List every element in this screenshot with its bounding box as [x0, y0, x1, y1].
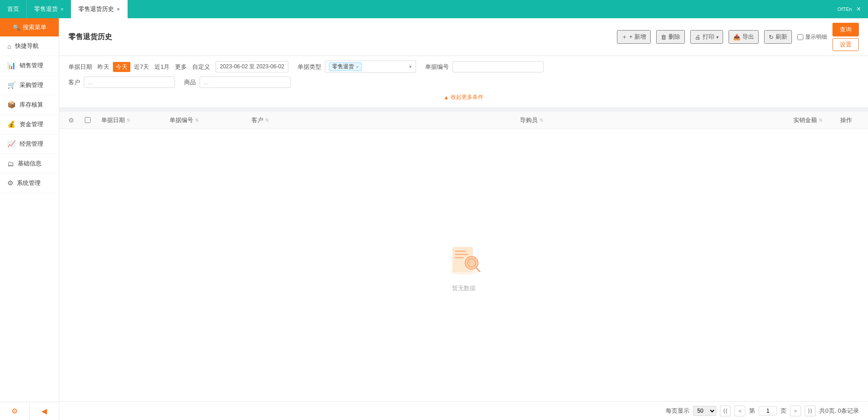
customer-input[interactable]: ...: [84, 77, 175, 88]
date-opt-more[interactable]: 更多: [173, 62, 189, 72]
svg-rect-3: [455, 254, 468, 255]
tab-home[interactable]: 首页: [0, 0, 27, 18]
date-range-input[interactable]: 2023-06-02 至 2023-06-02: [216, 61, 288, 72]
sidebar-bottom: ⚙ ◀: [0, 402, 59, 420]
sidebar-item-purchase[interactable]: 🛒 采购管理: [0, 76, 59, 95]
empty-illustration: ?: [443, 238, 484, 279]
print-button[interactable]: 🖨 打印 ▾: [690, 30, 723, 44]
svg-rect-4: [455, 257, 464, 258]
sort-amount-icon: ⇅: [819, 118, 822, 123]
voucher-filter: 单据编号: [425, 61, 544, 72]
operations-icon: 📈: [7, 140, 16, 148]
tab-close-retail-return-history[interactable]: ×: [117, 6, 119, 12]
type-tag-close[interactable]: ×: [356, 64, 359, 70]
search-icon: 🔍: [13, 24, 20, 31]
th-operation: 操作: [828, 113, 864, 128]
sort-customer-icon: ⇅: [265, 118, 269, 123]
sidebar-item-basic-info[interactable]: 🗂 基础信息: [0, 154, 59, 174]
purchase-icon: 🛒: [7, 81, 16, 89]
page-title: 零售退货历史: [68, 32, 112, 42]
date-opt-7days[interactable]: 近7天: [132, 62, 151, 72]
sidebar-item-operations[interactable]: 📈 经营管理: [0, 134, 59, 154]
add-icon: ＋: [621, 33, 627, 41]
customer-filter-label: 客户: [68, 78, 80, 87]
top-bar: 首页 零售退货 × 零售退货历史 × OfTEn ×: [0, 0, 868, 18]
prev-page-button[interactable]: ＜: [734, 405, 745, 416]
export-button[interactable]: 📤 导出: [729, 30, 759, 44]
select-all-checkbox[interactable]: [79, 117, 96, 123]
collapse-icon: ◀: [41, 407, 47, 415]
date-opt-custom[interactable]: 自定义: [190, 62, 212, 72]
sidebar-label-quicknav: 快捷导航: [15, 42, 39, 50]
sidebar-label-basic-info: 基础信息: [18, 159, 41, 168]
sidebar-item-finance[interactable]: 💰 资金管理: [0, 115, 59, 134]
svg-text:?: ?: [468, 261, 471, 266]
sort-customer-button[interactable]: 客户: [252, 116, 263, 124]
page-label: 页: [781, 407, 786, 415]
voucher-input[interactable]: [452, 61, 544, 72]
sort-guide-button[interactable]: 导购员: [520, 116, 538, 124]
first-page-button[interactable]: ⟨⟨: [720, 405, 731, 416]
goods-input[interactable]: ...: [200, 77, 291, 88]
export-icon: 📤: [733, 34, 740, 41]
type-select[interactable]: 零售退货 × ▾: [325, 61, 416, 73]
gear-icon: ⚙: [11, 407, 18, 415]
sidebar-collapse-button[interactable]: ◀: [30, 402, 59, 420]
sidebar-item-system[interactable]: ⚙ 系统管理: [0, 174, 59, 193]
tab-retail-return[interactable]: 零售退货 ×: [27, 0, 71, 18]
sidebar: 🔍 搜索菜单 ⌂ 快捷导航 📊 销售管理 🛒 采购管理 📦 库存核算 💰 资金管…: [0, 18, 59, 420]
svg-rect-2: [455, 251, 466, 252]
add-button[interactable]: ＋ + 新增: [617, 30, 651, 44]
sidebar-label-purchase: 采购管理: [20, 81, 43, 89]
goods-filter-label: 商品: [184, 78, 196, 87]
sort-date-button[interactable]: 单据日期: [101, 116, 125, 124]
sidebar-settings-button[interactable]: ⚙: [0, 402, 30, 420]
sidebar-item-sales[interactable]: 📊 销售管理: [0, 56, 59, 76]
show-detail-checkbox[interactable]: 显示明细: [797, 33, 827, 41]
customer-filter: 客户 ...: [68, 77, 175, 88]
sort-voucher-button[interactable]: 单据编号: [169, 116, 193, 124]
toolbar: ＋ + 新增 🗑 删除 🖨 打印 ▾ 📤 导出 ↻: [617, 23, 859, 51]
date-opt-1month[interactable]: 近1月: [153, 62, 171, 72]
tab-retail-return-history[interactable]: 零售退货历史 ×: [71, 0, 127, 18]
date-opt-yesterday[interactable]: 昨天: [96, 62, 111, 72]
query-button[interactable]: 查询: [832, 23, 859, 36]
tab-close-retail-return[interactable]: ×: [61, 6, 63, 12]
sort-date-icon: ⇅: [127, 118, 130, 123]
sort-voucher-icon: ⇅: [195, 118, 199, 123]
delete-button[interactable]: 🗑 删除: [656, 30, 685, 44]
date-options: 昨天 今天 近7天 近1月 更多 自定义: [96, 62, 212, 72]
th-amount: 实销金额 ⇅: [782, 113, 828, 128]
collapse-button[interactable]: ▲ 收起更多条件: [444, 92, 484, 103]
type-tag: 零售退货 ×: [329, 62, 362, 71]
next-page-button[interactable]: ＞: [790, 405, 801, 416]
empty-text: 暂无数据: [452, 284, 476, 292]
column-settings-button[interactable]: ⚙: [63, 117, 79, 124]
show-detail-input[interactable]: [797, 34, 803, 40]
close-window-button[interactable]: ×: [857, 5, 861, 13]
pagination: 每页显示 20 50 100 ⟨⟨ ＜ 第 1 页 ＞ ⟩⟩ 共0页, 0条记录: [59, 401, 868, 420]
sidebar-item-inventory[interactable]: 📦 库存核算: [0, 95, 59, 115]
sidebar-label-sales: 销售管理: [20, 61, 43, 70]
sidebar-search[interactable]: 🔍 搜索菜单: [0, 18, 59, 36]
type-filter: 单据类型 零售退货 × ▾: [298, 61, 416, 73]
page-number-input[interactable]: 1: [759, 406, 777, 415]
type-chevron-icon: ▾: [409, 64, 412, 70]
query-settings-group: 查询 设置: [832, 23, 859, 51]
voucher-filter-label: 单据编号: [425, 63, 449, 71]
date-opt-today[interactable]: 今天: [113, 62, 130, 72]
sidebar-label-inventory: 库存核算: [20, 101, 43, 109]
svg-line-7: [476, 268, 480, 271]
th-voucher: 单据编号 ⇅: [164, 113, 246, 128]
settings-button[interactable]: 设置: [832, 38, 859, 51]
sidebar-item-quicknav[interactable]: ⌂ 快捷导航: [0, 36, 59, 56]
sidebar-label-operations: 经营管理: [20, 140, 43, 148]
refresh-button[interactable]: ↻ 刷新: [764, 30, 792, 44]
per-page-select[interactable]: 20 50 100: [693, 406, 716, 416]
tab-list: 首页 零售退货 × 零售退货历史 ×: [0, 0, 128, 18]
empty-state: ? 暂无数据: [59, 129, 868, 401]
sort-amount-button[interactable]: 实销金额: [793, 116, 817, 124]
print-icon: 🖨: [695, 34, 701, 41]
last-page-button[interactable]: ⟩⟩: [805, 405, 816, 416]
sidebar-label-system: 系统管理: [17, 179, 41, 187]
